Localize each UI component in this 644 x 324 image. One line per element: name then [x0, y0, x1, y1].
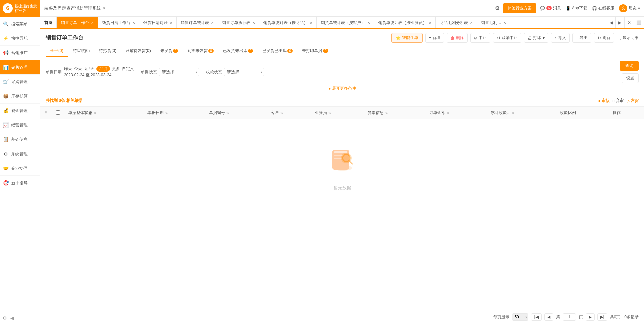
tab-close-7[interactable]: ✕ [367, 21, 370, 25]
cancel-stop-btn[interactable]: ↺ 取消中止 [493, 33, 521, 43]
tab-scroll-left-btn[interactable]: ◀ [607, 17, 616, 29]
print-btn[interactable]: 🖨 打印 ▾ [524, 33, 548, 43]
sidebar-item-快捷导航[interactable]: ⚡快捷导航 [0, 31, 40, 46]
nav-icon-6: 💰 [3, 108, 9, 114]
sidebar-item-采购管理[interactable]: 🛒采购管理 [0, 75, 40, 89]
sidebar-item-销售管理[interactable]: 📊销售管理 [0, 60, 40, 75]
delete-btn[interactable]: 🗑 删除 [447, 33, 468, 43]
unaudit-action-btn[interactable]: ○ 弃审 [612, 98, 624, 104]
tab-list: 首页销售订单工作台✕钱货日清工作台✕钱货日清对账✕销售订单统计表✕销售订单执行表… [40, 17, 607, 29]
tab-close-4[interactable]: ✕ [211, 21, 214, 25]
tab-1[interactable]: 销售订单工作台✕ [57, 17, 98, 29]
sidebar-item-基础信息[interactable]: 📋基础信息 [0, 132, 40, 147]
page-next-btn[interactable]: ▶ [586, 313, 595, 321]
payment-select[interactable]: 请选择 [224, 68, 264, 76]
tab-3[interactable]: 钱货日清对账✕ [139, 17, 177, 29]
sub-tab-7[interactable]: 已发货已出库0 [258, 45, 297, 57]
th-date: 单据日期⇅ [143, 107, 205, 119]
status-select[interactable]: 请选择 [159, 68, 199, 76]
sub-tab-6[interactable]: 已发货未出库0 [218, 45, 258, 57]
tab-close-3[interactable]: ✕ [170, 21, 172, 25]
tab-close-8[interactable]: ✕ [429, 21, 431, 25]
tab-close-all-btn[interactable]: ✕ [625, 17, 634, 29]
nav-icon-1: ⚡ [3, 35, 9, 41]
per-page-select[interactable]: 102050100 [512, 313, 528, 321]
tab-6[interactable]: 销货单统计表（按商品）✕ [259, 17, 317, 29]
sidebar-item-系统管理[interactable]: ⚙系统管理 [0, 147, 40, 161]
tab-close-5[interactable]: ✕ [252, 21, 255, 25]
show-detail-checkbox[interactable]: 显示明细 [617, 35, 639, 41]
add-btn[interactable]: + 新增 [425, 33, 444, 43]
topbar-settings-icon[interactable]: ⚙ [495, 5, 500, 11]
date-link-3[interactable]: 近1月 [96, 66, 110, 72]
export-btn[interactable]: ↓ 导出 [572, 33, 591, 43]
sidebar-item-经营管理[interactable]: 📈经营管理 [0, 118, 40, 132]
export-icon: ↓ [576, 36, 578, 40]
audit-action-btn[interactable]: ● 审核 [598, 98, 610, 104]
date-link-0[interactable]: 昨天 [64, 66, 72, 72]
online-service-btn[interactable]: 🎧 在线客服 [592, 5, 614, 11]
sub-tab-1[interactable]: 待审核(0) [68, 45, 95, 57]
sub-tab-3[interactable]: 旺铺待发货(0) [121, 45, 156, 57]
tab-0[interactable]: 首页 [40, 17, 57, 29]
sidebar-item-库存核算[interactable]: 📦库存核算 [0, 89, 40, 104]
tab-label-1: 销售订单工作台 [61, 20, 89, 26]
tab-scroll-right-btn[interactable]: ▶ [616, 17, 625, 29]
sub-tab-4[interactable]: 未发货0 [156, 45, 183, 57]
sidebar-item-新手引导[interactable]: 🎯新手引导 [0, 176, 40, 190]
tab-2[interactable]: 钱货日清工作台✕ [98, 17, 139, 29]
date-link-1[interactable]: 今天 [74, 66, 82, 72]
collapse-icon[interactable]: ◀ [10, 315, 14, 321]
sub-tab-0[interactable]: 全部(0) [46, 45, 68, 57]
tab-5[interactable]: 销售订单执行表✕ [218, 17, 259, 29]
nav-icon-5: 📦 [3, 93, 9, 99]
tab-10[interactable]: 销售毛利…✕ [477, 17, 510, 29]
tab-close-9[interactable]: ✕ [470, 21, 473, 25]
avatar: 友 [619, 4, 627, 12]
industry-btn[interactable]: 体验行业方案 [503, 3, 536, 13]
sub-tab-2[interactable]: 待拣货(0) [94, 45, 121, 57]
settings-bottom-icon[interactable]: ⚙ [3, 315, 7, 321]
sidebar-logo: 6 畅捷通好生意 标准版 [0, 0, 40, 17]
stop-btn[interactable]: ⊘ 中止 [470, 33, 490, 43]
sidebar-item-营销推广[interactable]: 📢营销推广 [0, 46, 40, 60]
sub-tab-label-5: 到期未发货0 [187, 48, 214, 53]
sidebar-item-资金管理[interactable]: 💰资金管理 [0, 104, 40, 118]
import-btn[interactable]: ↑ 导入 [551, 33, 570, 43]
ship-action-btn[interactable]: ▷ 发货 [627, 98, 639, 104]
page-prev-btn[interactable]: ◀ [544, 313, 553, 321]
tab-9[interactable]: 商品毛利分析表✕ [436, 17, 477, 29]
date-link-4[interactable]: 更多 [112, 66, 120, 72]
tab-close-2[interactable]: ✕ [132, 21, 135, 25]
page-last-btn[interactable]: ▶| [597, 313, 607, 321]
tab-7[interactable]: 销货单统计表（按客户）✕ [317, 17, 374, 29]
query-btn[interactable]: 查询 [620, 61, 639, 71]
tab-maximize-btn[interactable]: ⬜ [634, 17, 644, 29]
sidebar-item-企业协同[interactable]: 🤝企业协同 [0, 161, 40, 176]
page-first-btn[interactable]: |◀ [531, 313, 541, 321]
sub-tab-8[interactable]: 未打印单据0 [297, 45, 333, 57]
tab-4[interactable]: 销售订单统计表✕ [177, 17, 218, 29]
refresh-btn[interactable]: ↻ 刷新 [594, 33, 614, 43]
tab-close-1[interactable]: ✕ [91, 21, 94, 25]
date-link-2[interactable]: 近7天 [84, 66, 94, 72]
sub-tab-5[interactable]: 到期未发货0 [183, 45, 218, 57]
tab-label-5: 销售订单执行表 [222, 20, 250, 26]
sub-tab-label-7: 已发货已出库0 [262, 48, 293, 53]
select-all-checkbox[interactable] [56, 110, 60, 115]
tab-close-6[interactable]: ✕ [310, 21, 312, 25]
smart-create-btn[interactable]: ⭐ 智能生单 [391, 33, 423, 43]
page-input[interactable] [563, 313, 576, 321]
show-detail-input[interactable] [617, 36, 621, 40]
tab-8[interactable]: 销货单统计表（按业务员）✕ [374, 17, 436, 29]
message-btn[interactable]: 💬 6 消息 [540, 5, 561, 11]
app-download-btn[interactable]: 📱 App下载 [566, 5, 587, 11]
expand-conditions-btn[interactable]: ▾ 展开更多条件 [329, 86, 356, 91]
system-title: 装备及固定资产辅助管理系统 ▾ [44, 5, 491, 11]
sidebar-item-搜索菜单[interactable]: 🔍搜索菜单 [0, 17, 40, 31]
set-btn[interactable]: 设置 [622, 73, 639, 83]
tab-label-10: 销售毛利… [481, 20, 501, 26]
date-link-5[interactable]: 自定义 [122, 66, 134, 72]
user-menu[interactable]: 友 用友 ▾ [619, 4, 640, 12]
tab-close-10[interactable]: ✕ [503, 21, 506, 25]
